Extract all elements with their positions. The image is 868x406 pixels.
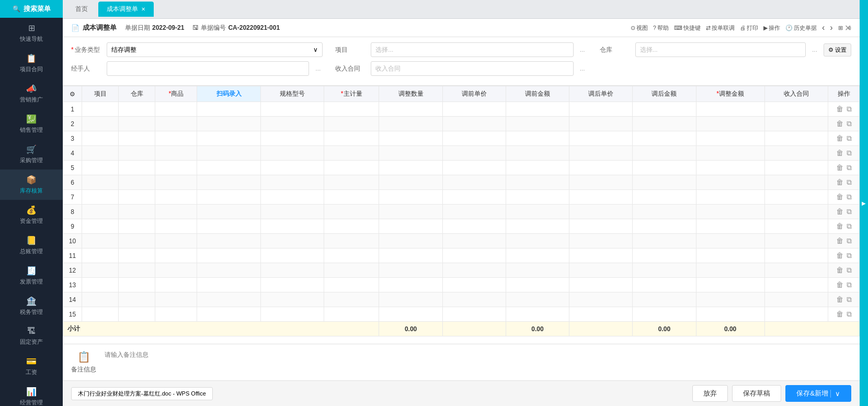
cell-spec[interactable] <box>260 190 324 205</box>
cell-income-contract[interactable] <box>764 278 828 292</box>
cell-post-unit-price[interactable] <box>569 307 633 322</box>
cell-scan[interactable] <box>197 219 260 234</box>
cell-product[interactable] <box>155 131 197 146</box>
col-config[interactable]: ⚙ <box>63 86 82 102</box>
save-dropdown-icon[interactable]: ∨ <box>830 390 840 398</box>
cell-adjust-qty[interactable] <box>379 102 442 117</box>
cell-adjust-amount[interactable] <box>696 307 764 322</box>
cell-product[interactable] <box>155 117 197 131</box>
cell-pre-amount[interactable] <box>506 278 569 292</box>
cell-pre-amount[interactable] <box>506 263 569 278</box>
cell-product[interactable] <box>155 307 197 322</box>
cell-pre-unit-price[interactable] <box>442 161 506 175</box>
sidebar-item-project-contract[interactable]: 📋 项目合同 <box>0 48 63 78</box>
cell-product[interactable] <box>155 175 197 190</box>
cell-spec[interactable] <box>260 249 324 263</box>
nav-next-btn[interactable]: › <box>830 23 832 32</box>
cell-pre-unit-price[interactable] <box>442 102 506 117</box>
cell-post-amount[interactable] <box>633 292 696 307</box>
remarks-input[interactable] <box>102 348 851 367</box>
cell-adjust-qty[interactable] <box>379 263 442 278</box>
cell-unit[interactable] <box>324 117 379 131</box>
copy-row-icon[interactable]: ⧉ <box>847 207 852 216</box>
cell-pre-amount[interactable] <box>506 190 569 205</box>
cell-adjust-qty[interactable] <box>379 278 442 292</box>
copy-row-icon[interactable]: ⧉ <box>847 280 852 289</box>
cell-spec[interactable] <box>260 131 324 146</box>
cell-post-amount[interactable] <box>633 307 696 322</box>
cell-warehouse[interactable] <box>119 234 155 249</box>
cell-spec[interactable] <box>260 292 324 307</box>
cell-project[interactable] <box>82 205 119 219</box>
cell-adjust-qty[interactable] <box>379 292 442 307</box>
handler-select[interactable] <box>107 61 309 76</box>
cell-project[interactable] <box>82 102 119 117</box>
cell-scan[interactable] <box>197 146 260 161</box>
cell-pre-unit-price[interactable] <box>442 307 506 322</box>
cell-spec[interactable] <box>260 161 324 175</box>
cell-unit[interactable] <box>324 146 379 161</box>
cell-scan[interactable] <box>197 131 260 146</box>
cell-scan[interactable] <box>197 161 260 175</box>
cell-warehouse[interactable] <box>119 190 155 205</box>
cell-post-unit-price[interactable] <box>569 263 633 278</box>
cell-scan[interactable] <box>197 102 260 117</box>
cell-product[interactable] <box>155 205 197 219</box>
sidebar-item-invoice-mgmt[interactable]: 🧾 发票管理 <box>0 261 63 291</box>
cell-unit[interactable] <box>324 263 379 278</box>
cell-warehouse[interactable] <box>119 117 155 131</box>
cell-spec[interactable] <box>260 102 324 117</box>
cell-pre-unit-price[interactable] <box>442 234 506 249</box>
cell-project[interactable] <box>82 292 119 307</box>
nav-prev-btn[interactable]: ‹ <box>822 23 825 32</box>
cell-pre-unit-price[interactable] <box>442 117 506 131</box>
sidebar-item-purchase-mgmt[interactable]: 🛒 采购管理 <box>0 139 63 170</box>
cell-adjust-amount[interactable] <box>696 219 764 234</box>
cell-unit[interactable] <box>324 161 379 175</box>
cell-scan[interactable] <box>197 307 260 322</box>
cell-adjust-qty[interactable] <box>379 219 442 234</box>
copy-row-icon[interactable]: ⧉ <box>847 149 852 157</box>
cell-post-amount[interactable] <box>633 190 696 205</box>
delete-row-icon[interactable]: 🗑 <box>836 149 843 157</box>
copy-row-icon[interactable]: ⧉ <box>847 222 852 231</box>
cell-spec[interactable] <box>260 205 324 219</box>
delete-row-icon[interactable]: 🗑 <box>836 266 843 275</box>
cell-post-unit-price[interactable] <box>569 249 633 263</box>
cell-income-contract[interactable] <box>764 249 828 263</box>
cell-spec[interactable] <box>260 175 324 190</box>
cell-adjust-amount[interactable] <box>696 175 764 190</box>
cell-warehouse[interactable] <box>119 219 155 234</box>
cell-product[interactable] <box>155 161 197 175</box>
cell-post-unit-price[interactable] <box>569 161 633 175</box>
cell-project[interactable] <box>82 117 119 131</box>
handler-ellipsis[interactable]: ... <box>313 65 323 72</box>
cell-project[interactable] <box>82 175 119 190</box>
cell-adjust-amount[interactable] <box>696 131 764 146</box>
cell-post-amount[interactable] <box>633 146 696 161</box>
action-help[interactable]: ? 帮助 <box>653 24 669 32</box>
cell-warehouse[interactable] <box>119 205 155 219</box>
cell-unit[interactable] <box>324 190 379 205</box>
cell-product[interactable] <box>155 278 197 292</box>
cell-adjust-qty[interactable] <box>379 146 442 161</box>
taskbar-wps-item[interactable]: 木门行业好业财处理方案-墓红红.doc - WPS Office <box>71 387 213 400</box>
cell-adjust-amount[interactable] <box>696 278 764 292</box>
sidebar-item-fixed-assets[interactable]: 🏗 固定资产 <box>0 321 63 351</box>
cell-unit[interactable] <box>324 219 379 234</box>
cell-unit[interactable] <box>324 175 379 190</box>
cell-pre-amount[interactable] <box>506 205 569 219</box>
cell-income-contract[interactable] <box>764 234 828 249</box>
cell-unit[interactable] <box>324 102 379 117</box>
cell-post-unit-price[interactable] <box>569 117 633 131</box>
cell-pre-unit-price[interactable] <box>442 131 506 146</box>
sidebar-item-sales-promo[interactable]: 📣 营销推广 <box>0 78 63 109</box>
project-ellipsis[interactable]: ... <box>578 46 587 53</box>
cell-project[interactable] <box>82 234 119 249</box>
cell-post-amount[interactable] <box>633 117 696 131</box>
cell-adjust-qty[interactable] <box>379 234 442 249</box>
cell-income-contract[interactable] <box>764 102 828 117</box>
action-review[interactable]: ⇄ 按单联调 <box>706 24 735 32</box>
cell-post-unit-price[interactable] <box>569 292 633 307</box>
cell-spec[interactable] <box>260 117 324 131</box>
